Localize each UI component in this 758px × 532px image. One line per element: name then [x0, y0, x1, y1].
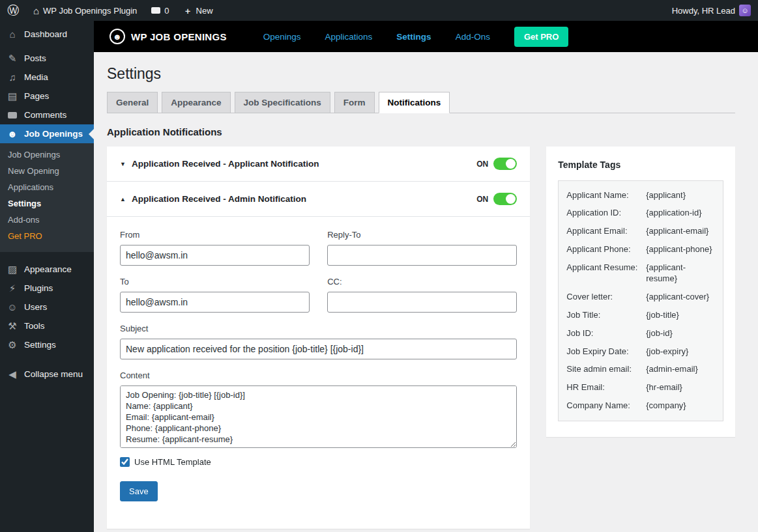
- tag-label: Applicant Resume:: [566, 262, 639, 285]
- reply-to-field: Reply-To: [327, 230, 517, 266]
- template-tags-table: Applicant Name: {applicant} Application …: [558, 180, 723, 421]
- pages-icon: ▤: [6, 91, 19, 101]
- collapse-menu-button[interactable]: ◀ Collapse menu: [0, 365, 94, 384]
- submenu-item-applications[interactable]: Applications: [0, 179, 94, 195]
- admin-notification-toggle[interactable]: [493, 193, 517, 205]
- nav-openings[interactable]: Openings: [263, 32, 301, 42]
- wordpress-logo-icon: Ⓦ: [7, 5, 19, 16]
- sidebar-separator: [0, 252, 94, 260]
- sidebar-item-users[interactable]: ☺ Users: [0, 298, 94, 316]
- wp-job-openings-logo-icon: ☻: [109, 29, 125, 44]
- sidebar-item-appearance[interactable]: ▨ Appearance: [0, 260, 94, 279]
- sidebar-item-dashboard[interactable]: ⌂ Dashboard: [0, 25, 94, 44]
- accordion-controls: ON: [476, 158, 517, 170]
- content-label: Content: [120, 371, 517, 380]
- submenu-item-job-openings[interactable]: Job Openings: [0, 147, 94, 163]
- nav-addons[interactable]: Add-Ons: [456, 32, 490, 42]
- from-field: From: [120, 230, 310, 266]
- tools-icon: ⚒: [6, 321, 19, 331]
- to-field: To: [120, 277, 310, 313]
- page-title: Settings: [107, 63, 735, 84]
- use-html-template-label: Use HTML Template: [134, 457, 211, 467]
- tag-label: Applicant Phone:: [566, 244, 639, 255]
- tab-general[interactable]: General: [107, 92, 158, 113]
- subject-input[interactable]: [120, 339, 517, 359]
- settings-content: Settings General Appearance Job Specific…: [94, 52, 758, 529]
- comments-icon: [6, 110, 19, 120]
- accordion-admin-notification[interactable]: ▲ Application Received - Admin Notificat…: [107, 182, 530, 217]
- plugin-brand: ☻ WP JOB OPENINGS: [109, 29, 227, 44]
- from-label: From: [120, 230, 310, 240]
- reply-to-input[interactable]: [327, 245, 517, 266]
- template-tag-row: Job Expiry Date: {job-expiry}: [559, 343, 723, 361]
- accordion-title: Application Received - Admin Notificatio…: [132, 194, 306, 204]
- gear-icon: ⚙: [6, 340, 19, 350]
- site-name: WP Job Openings Plugin: [43, 6, 137, 16]
- subject-field: Subject: [120, 324, 517, 359]
- sidebar-item-job-openings[interactable]: ☻ Job Openings: [0, 124, 94, 143]
- tag-value: {applicant}: [646, 190, 715, 201]
- tab-form[interactable]: Form: [334, 92, 375, 113]
- applicant-notification-toggle[interactable]: [493, 158, 517, 170]
- tag-label: HR Email:: [566, 382, 639, 393]
- submenu-item-new-opening[interactable]: New Opening: [0, 163, 94, 179]
- toggle-state-label: ON: [476, 195, 488, 204]
- to-input[interactable]: [120, 292, 310, 313]
- use-html-template-checkbox[interactable]: [120, 457, 130, 467]
- sidebar-item-label: Pages: [24, 91, 49, 101]
- save-button[interactable]: Save: [120, 481, 158, 501]
- plus-icon: ＋: [184, 7, 192, 15]
- nav-applications[interactable]: Applications: [325, 32, 373, 42]
- new-content-menu[interactable]: ＋ New: [177, 0, 220, 21]
- sidebar-item-comments[interactable]: Comments: [0, 105, 94, 124]
- sidebar-item-label: Comments: [24, 110, 66, 120]
- tag-value: {applicant-cover}: [646, 292, 715, 303]
- media-icon: ♫: [6, 72, 19, 82]
- sidebar-item-settings[interactable]: ⚙ Settings: [0, 335, 94, 354]
- tag-value: {applicant-phone}: [646, 244, 715, 255]
- howdy-account-menu[interactable]: Howdy, HR Lead ☺: [665, 0, 758, 21]
- sidebar-item-label: Settings: [24, 340, 56, 350]
- content-textarea[interactable]: Job Opening: {job-title} [{job-id}] Name…: [120, 385, 517, 448]
- template-tag-row: Application ID: {application-id}: [559, 204, 723, 223]
- tab-job-specifications[interactable]: Job Specifications: [235, 92, 330, 113]
- template-tag-row: Cover letter: {applicant-cover}: [559, 288, 723, 306]
- admin-notification-form: From Reply-To To CC:: [107, 217, 530, 529]
- sidebar-item-media[interactable]: ♫ Media: [0, 68, 94, 87]
- admin-sidebar: ⌂ Dashboard ✎ Posts ♫ Media ▤ Pages Comm…: [0, 21, 94, 532]
- sidebar-item-pages[interactable]: ▤ Pages: [0, 87, 94, 105]
- get-pro-button[interactable]: Get PRO: [514, 27, 568, 47]
- collapse-arrow-icon: ◀: [6, 369, 19, 379]
- from-input[interactable]: [120, 245, 310, 266]
- subject-label: Subject: [120, 324, 517, 333]
- tag-value: {job-title}: [646, 310, 715, 321]
- pin-icon: ✎: [6, 53, 19, 63]
- appearance-icon: ▨: [6, 264, 19, 274]
- template-tag-row: Job Title: {job-title}: [559, 306, 723, 324]
- accordion-applicant-notification[interactable]: ▼ Application Received - Applicant Notif…: [107, 147, 530, 182]
- admin-bar-right: Howdy, HR Lead ☺: [665, 0, 758, 21]
- tab-notifications[interactable]: Notifications: [379, 92, 450, 113]
- template-tag-row: Site admin email: {admin-email}: [559, 361, 723, 379]
- cc-input[interactable]: [327, 292, 517, 313]
- toggle-knob: [506, 194, 516, 204]
- submenu-item-addons[interactable]: Add-ons: [0, 212, 94, 228]
- sidebar-item-posts[interactable]: ✎ Posts: [0, 49, 94, 68]
- plugin-nav: Openings Applications Settings Add-Ons: [263, 32, 490, 42]
- main-area: ☻ WP JOB OPENINGS Openings Applications …: [94, 0, 758, 532]
- tab-appearance[interactable]: Appearance: [162, 92, 230, 113]
- sidebar-item-plugins[interactable]: ⚡ Plugins: [0, 279, 94, 298]
- wordpress-menu[interactable]: Ⓦ: [0, 0, 26, 21]
- sidebar-item-tools[interactable]: ⚒ Tools: [0, 316, 94, 335]
- submenu-item-settings[interactable]: Settings: [0, 195, 94, 212]
- tag-value: {applicant-email}: [646, 226, 715, 237]
- caret-up-icon: ▲: [120, 196, 126, 203]
- comments-menu[interactable]: 0: [144, 0, 176, 21]
- nav-settings[interactable]: Settings: [396, 32, 431, 42]
- submenu-item-get-pro[interactable]: Get PRO: [0, 228, 94, 244]
- tag-label: Application ID:: [566, 208, 639, 219]
- site-name-menu[interactable]: ⌂ WP Job Openings Plugin: [26, 0, 144, 21]
- use-html-template-option[interactable]: Use HTML Template: [120, 457, 517, 467]
- tag-label: Cover letter:: [566, 292, 639, 303]
- cc-field: CC:: [327, 277, 517, 313]
